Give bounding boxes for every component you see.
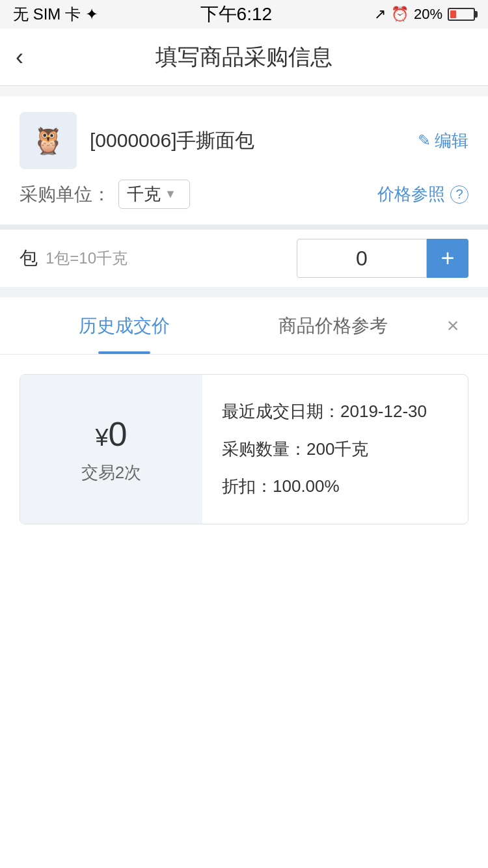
edit-label: 编辑 [435, 129, 468, 152]
date-label: 最近成交日期： [222, 401, 340, 421]
back-button[interactable]: ‹ [16, 44, 23, 71]
tab-panel: 历史成交价 商品价格参考 × ¥0 交易2次 最近成交日期：2019-12-30… [0, 297, 488, 544]
history-price-summary: ¥0 交易2次 [20, 375, 202, 524]
edit-button[interactable]: ✎ 编辑 [418, 129, 468, 152]
detail-discount: 折扣：100.00% [222, 473, 448, 500]
tab-content: ¥0 交易2次 最近成交日期：2019-12-30 采购数量：200千克 折扣：… [0, 355, 488, 544]
sim-status: 无 SIM 卡 ✦ [13, 4, 98, 25]
price-ref-label: 价格参照 [377, 183, 445, 206]
qty-label: 采购数量： [222, 439, 306, 459]
edit-icon: ✎ [418, 131, 431, 150]
quantity-row: 包 1包=10千克 + [0, 230, 488, 287]
product-bottom-row: 采购单位： 千克 ▼ 价格参照 ? [20, 180, 468, 209]
alarm-icon: ⏰ [391, 6, 409, 23]
status-bar: 无 SIM 卡 ✦ 下午6:12 ↗ ⏰ 20% [0, 0, 488, 29]
product-name: [0000006]手撕面包 [90, 128, 254, 154]
history-price-value: ¥0 [96, 414, 128, 454]
tab-price-ref[interactable]: 商品价格参考 [228, 297, 437, 354]
tab-header: 历史成交价 商品价格参考 × [0, 297, 488, 355]
tab-history-label: 历史成交价 [79, 314, 170, 338]
discount-label: 折扣： [222, 476, 273, 496]
battery-icon [448, 8, 475, 21]
status-left: 无 SIM 卡 ✦ [13, 4, 98, 25]
unit-dropdown-icon: ▼ [165, 187, 176, 201]
product-image: 🦉 [20, 112, 77, 169]
price-ref-help-icon: ? [450, 185, 468, 204]
pkg-conversion: 1包=10千克 [46, 248, 128, 269]
close-icon: × [447, 314, 459, 338]
quantity-plus-button[interactable]: + [427, 239, 468, 278]
tab-price-ref-label: 商品价格参考 [278, 314, 388, 338]
tab-history-price[interactable]: 历史成交价 [20, 297, 228, 354]
product-card: 🦉 [0000006]手撕面包 ✎ 编辑 采购单位： 千克 ▼ 价格参照 ? [0, 96, 488, 224]
discount-value: 100.00% [273, 476, 340, 496]
detail-qty: 采购数量：200千克 [222, 436, 448, 463]
section-divider [0, 224, 488, 230]
page-body-rest [0, 544, 488, 868]
unit-select[interactable]: 千克 ▼ [118, 180, 190, 209]
pkg-unit-label: 包 [20, 246, 38, 271]
quantity-input[interactable] [297, 239, 427, 278]
quantity-label: 包 1包=10千克 [20, 246, 128, 271]
unit-row: 采购单位： 千克 ▼ [20, 180, 190, 209]
location-icon: ↗ [374, 6, 386, 23]
date-value: 2019-12-30 [340, 401, 427, 421]
quantity-input-area: + [297, 239, 468, 278]
history-details: 最近成交日期：2019-12-30 采购数量：200千克 折扣：100.00% [202, 375, 468, 524]
unit-label: 采购单位： [20, 182, 111, 207]
tab-close-button[interactable]: × [437, 310, 468, 342]
detail-date: 最近成交日期：2019-12-30 [222, 398, 448, 426]
product-info: 🦉 [0000006]手撕面包 [20, 112, 254, 169]
product-logo-icon: 🦉 [32, 126, 64, 156]
price-ref-button[interactable]: 价格参照 ? [377, 183, 468, 206]
currency-symbol: ¥ [96, 424, 109, 451]
history-card: ¥0 交易2次 最近成交日期：2019-12-30 采购数量：200千克 折扣：… [20, 374, 468, 524]
header: ‹ 填写商品采购信息 [0, 29, 488, 86]
status-right: ↗ ⏰ 20% [374, 6, 475, 23]
panel-divider [0, 287, 488, 297]
status-time: 下午6:12 [200, 2, 273, 27]
battery-percent: 20% [414, 6, 442, 23]
page-title: 填写商品采购信息 [156, 42, 332, 72]
unit-value: 千克 [127, 183, 161, 206]
trade-count: 交易2次 [81, 461, 141, 484]
qty-value: 200千克 [306, 439, 368, 459]
product-top-row: 🦉 [0000006]手撕面包 ✎ 编辑 [20, 112, 468, 169]
